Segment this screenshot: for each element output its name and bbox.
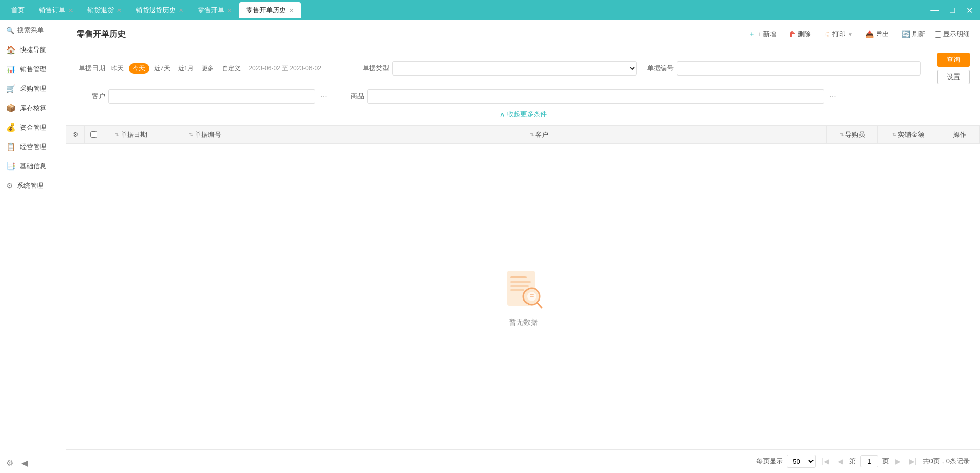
sidebar-item-basic-info[interactable]: 📑 基础信息 — [0, 157, 66, 176]
query-button[interactable]: 查询 — [937, 53, 970, 67]
refresh-button[interactable]: 🔄 刷新 — [898, 28, 928, 41]
date-filter-label: 单据日期 — [77, 64, 105, 73]
toolbar: ＋ + 新增 🗑 删除 🖨 打印 ▼ 📤 导出 🔄 — [745, 28, 970, 41]
page-header: 零售开单历史 ＋ + 新增 🗑 删除 🖨 打印 ▼ 📤 导出 — [66, 20, 980, 46]
close-button[interactable]: ✕ — [963, 5, 976, 16]
tab-close-sales-return-history[interactable]: ✕ — [179, 8, 183, 13]
tab-retail-open-history[interactable]: 零售开单历史 ✕ — [239, 2, 301, 18]
bill-type-label: 单据类型 — [361, 64, 389, 73]
th-checkbox[interactable] — [85, 126, 103, 143]
page-size-select[interactable]: 50 10 20 100 — [787, 455, 816, 468]
svg-rect-8 — [530, 294, 534, 295]
collapse-sidebar-button[interactable]: ◀ — [21, 458, 28, 468]
top-tabbar: 首页 销售订单 ✕ 销货退货 ✕ 销货退货历史 ✕ 零售开单 ✕ 零售开单历史 … — [0, 0, 980, 20]
custom-btn[interactable]: 自定义 — [219, 63, 244, 74]
search-icon: 🔍 — [6, 27, 14, 34]
goods-ellipsis[interactable]: ··· — [829, 92, 836, 101]
filter-row-1: 单据日期 昨天 今天 近7天 近1月 更多 自定义 2023-06-02 至 2… — [77, 53, 970, 84]
empty-state: 暂无数据 — [66, 144, 980, 449]
content-area: 零售开单历史 ＋ + 新增 🗑 删除 🖨 打印 ▼ 📤 导出 — [66, 20, 980, 473]
display-detail-checkbox[interactable]: 显示明细 — [935, 30, 970, 39]
sidebar-item-inventory[interactable]: 📦 库存核算 — [0, 98, 66, 118]
sort-icon-billno: ⇅ — [189, 132, 193, 137]
th-amount[interactable]: ⇅ 实销金额 — [878, 126, 939, 143]
last-month-btn[interactable]: 近1月 — [175, 63, 197, 74]
filter-row-2: 客户 ··· 商品 ··· — [77, 89, 970, 104]
bill-no-input[interactable] — [677, 61, 921, 76]
bill-no-label: 单据编号 — [645, 64, 674, 73]
page-last-button[interactable]: ▶| — [907, 456, 919, 466]
sidebar-item-sales-mgmt[interactable]: 📊 销售管理 — [0, 60, 66, 79]
set-button[interactable]: 设置 — [937, 70, 970, 84]
table-area: ⚙ ⇅ 单据日期 ⇅ 单据编号 ⇅ 客户 ⇅ — [66, 126, 980, 449]
svg-rect-9 — [530, 296, 534, 297]
maximize-button[interactable]: □ — [947, 5, 958, 16]
sidebar-item-quick-nav[interactable]: 🏠 快捷导航 — [0, 40, 66, 60]
pagination: 每页显示 50 10 20 100 |◀ ◀ 第 页 ▶ ▶| 共0页，0条记录 — [66, 449, 980, 473]
sidebar-item-system-mgmt[interactable]: ⚙ 系统管理 — [0, 176, 66, 195]
sidebar-search[interactable]: 🔍 搜索采单 — [0, 20, 66, 40]
tab-sales-order[interactable]: 销售订单 ✕ — [32, 2, 80, 18]
filter-area: 单据日期 昨天 今天 近7天 近1月 更多 自定义 2023-06-02 至 2… — [66, 46, 980, 126]
last7-btn[interactable]: 近7天 — [151, 63, 173, 74]
sidebar-item-operation[interactable]: 📋 经营管理 — [0, 137, 66, 157]
select-all-checkbox[interactable] — [90, 131, 97, 138]
page-number-input[interactable] — [860, 455, 878, 467]
tab-close-retail-open-history[interactable]: ✕ — [289, 8, 294, 13]
tab-close-sales-order[interactable]: ✕ — [68, 8, 73, 13]
page-word: 第 — [849, 457, 856, 466]
print-button[interactable]: 🖨 打印 ▼ — [820, 28, 856, 41]
tab-close-sales-return[interactable]: ✕ — [117, 8, 122, 13]
page-word2: 页 — [882, 457, 889, 466]
tab-retail-open[interactable]: 零售开单 ✕ — [190, 2, 239, 18]
settings-bottom-button[interactable]: ⚙ — [6, 458, 13, 468]
svg-line-7 — [537, 303, 542, 308]
th-customer[interactable]: ⇅ 客户 — [251, 126, 827, 143]
sales-icon: 📊 — [6, 65, 16, 74]
tab-home[interactable]: 首页 — [4, 2, 32, 18]
th-settings[interactable]: ⚙ — [66, 126, 85, 143]
bill-type-select[interactable] — [392, 61, 636, 76]
basic-info-icon: 📑 — [6, 162, 16, 171]
minimize-button[interactable]: — — [927, 5, 942, 16]
tab-close-retail-open[interactable]: ✕ — [227, 8, 232, 13]
total-info: 共0页，0条记录 — [923, 457, 970, 466]
yesterday-btn[interactable]: 昨天 — [108, 63, 127, 74]
refresh-icon: 🔄 — [901, 30, 910, 38]
tab-sales-return[interactable]: 销货退货 ✕ — [80, 2, 129, 18]
page-first-button[interactable]: |◀ — [820, 456, 831, 466]
inventory-icon: 📦 — [6, 104, 16, 113]
add-button[interactable]: ＋ + 新增 — [745, 28, 779, 41]
print-icon: 🖨 — [823, 30, 830, 38]
customer-ellipsis[interactable]: ··· — [320, 92, 327, 101]
th-date[interactable]: ⇅ 单据日期 — [103, 126, 159, 143]
sort-icon-salesperson: ⇅ — [840, 132, 844, 137]
chevron-up-icon: ∧ — [500, 111, 505, 118]
finance-icon: 💰 — [6, 123, 16, 132]
page-title: 零售开单历史 — [77, 29, 126, 40]
empty-icon — [498, 266, 549, 312]
add-icon: ＋ — [748, 30, 755, 39]
more-btn[interactable]: 更多 — [199, 63, 217, 74]
bill-type-select-wrap — [392, 61, 636, 76]
goods-input[interactable] — [367, 89, 825, 104]
tab-sales-return-history[interactable]: 销货退货历史 ✕ — [129, 2, 190, 18]
collapse-filter-button[interactable]: ∧ 收起更多条件 — [500, 110, 547, 119]
display-detail-input[interactable] — [935, 31, 941, 38]
sidebar-item-finance[interactable]: 💰 资金管理 — [0, 118, 66, 137]
th-billno[interactable]: ⇅ 单据编号 — [159, 126, 251, 143]
purchase-icon: 🛒 — [6, 84, 16, 93]
date-range-display: 2023-06-02 至 2023-06-02 — [249, 64, 321, 73]
export-button[interactable]: 📤 导出 — [862, 28, 892, 41]
th-salesperson[interactable]: ⇅ 导购员 — [827, 126, 878, 143]
sort-icon-date: ⇅ — [115, 132, 119, 137]
sort-icon-customer: ⇅ — [530, 132, 534, 137]
export-icon: 📤 — [865, 30, 874, 38]
page-next-button[interactable]: ▶ — [893, 456, 903, 466]
delete-button[interactable]: 🗑 删除 — [785, 28, 814, 41]
sidebar-item-purchase-mgmt[interactable]: 🛒 采购管理 — [0, 79, 66, 98]
page-prev-button[interactable]: ◀ — [835, 456, 845, 466]
customer-input[interactable] — [108, 89, 315, 104]
today-btn[interactable]: 今天 — [129, 63, 149, 74]
settings-icon: ⚙ — [73, 131, 79, 138]
